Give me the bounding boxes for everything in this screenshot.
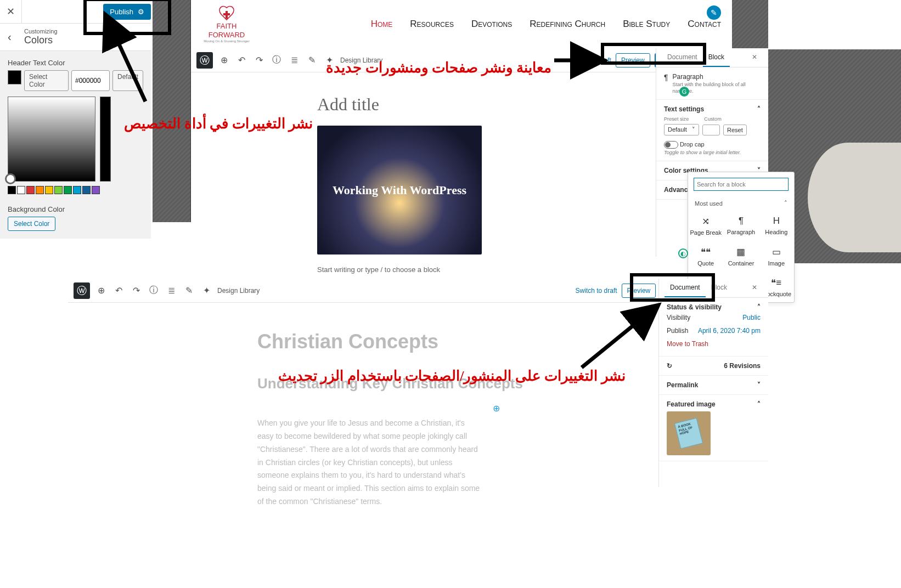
palette-swatch[interactable] [73, 186, 81, 194]
nav-item[interactable]: Resources [410, 19, 454, 30]
info-button[interactable]: ⓘ [270, 54, 283, 67]
select-color-button[interactable]: Select Color [24, 70, 69, 91]
annotation-customizer: نشر التغييرات في أداة التخصيص [121, 115, 313, 132]
site-nav: HomeResourcesDevotionsRedefining ChurchB… [371, 19, 721, 30]
wordpress-icon[interactable]: ⓦ [74, 282, 90, 299]
annotation-editor-update: نشر التغييرات على المنشور/الصفحات باستخد… [252, 368, 626, 385]
palette-swatch[interactable] [92, 186, 100, 194]
chevron-up-icon[interactable]: ˄ [757, 303, 761, 311]
visibility-value[interactable]: Public [742, 314, 761, 321]
dropcap-toggle[interactable] [664, 141, 678, 149]
nav-item[interactable]: Home [371, 19, 393, 30]
block-type-item[interactable]: ❝❝Quote [688, 241, 723, 272]
block-label: Paragraph [727, 229, 755, 235]
chevron-up-icon[interactable]: ˄ [757, 105, 761, 113]
nav-item[interactable]: Bible Study [623, 19, 670, 30]
block-type-item[interactable]: ⤨Page Break [688, 210, 723, 241]
featured-image-thumb[interactable]: A BOOK FULL OF HOPE [667, 411, 711, 455]
document-inspector: Document Block ✕ Status & visibility˄ Vi… [658, 279, 768, 487]
block-type-item[interactable]: HHeading [759, 210, 794, 241]
publish-date-value[interactable]: April 6, 2020 7:40 pm [698, 327, 761, 335]
edit-shortcut-icon[interactable]: ✎ [707, 5, 721, 20]
status-heading: Status & visibility [667, 303, 722, 311]
book-cover-text: A BOOK FULL OF HOPE [674, 418, 703, 449]
close-customizer-button[interactable]: ✕ [0, 0, 22, 24]
nav-item[interactable]: Redefining Church [530, 19, 605, 30]
add-block-button[interactable]: ⊕ [217, 54, 230, 67]
background-color-label: Background Color [8, 205, 143, 213]
add-block-button[interactable]: ⊕ [94, 284, 108, 297]
close-inspector-button[interactable]: ✕ [746, 279, 763, 297]
info-button[interactable]: ⓘ [147, 284, 160, 297]
custom-size-input[interactable] [702, 125, 720, 135]
select-bg-color-button[interactable]: Select Color [8, 217, 55, 231]
current-color-swatch[interactable] [8, 70, 21, 84]
featured-image-heading: Featured image [667, 400, 716, 408]
palette-swatch[interactable] [17, 186, 25, 194]
redo-button[interactable]: ↷ [252, 54, 266, 67]
block-icon: ⤨ [702, 216, 709, 227]
block-search-input[interactable] [694, 178, 789, 191]
site-logo[interactable]: FAITH FORWARDMoving On & Growing Stronge… [202, 5, 251, 43]
block-icon: ▦ [736, 246, 745, 258]
move-to-trash-button[interactable]: Move to Trash [667, 340, 708, 348]
chevron-up-icon[interactable]: ˄ [757, 400, 761, 408]
undo-button[interactable]: ↶ [112, 284, 125, 297]
visibility-label: Visibility [667, 314, 690, 321]
color-picker[interactable] [8, 97, 143, 182]
body-paragraph[interactable]: When you give your life to Jesus and bec… [257, 417, 482, 508]
edit-button[interactable]: ✎ [182, 284, 195, 297]
grammarly-icon[interactable]: G [679, 87, 689, 97]
edit-button[interactable]: ✎ [305, 54, 318, 67]
tab-block[interactable]: Block [703, 48, 730, 67]
dropcap-hint: Toggle to show a large initial letter. [664, 150, 761, 155]
most-used-label: Most used [695, 200, 723, 207]
nav-item[interactable]: Contact [688, 19, 721, 30]
block-type-item[interactable]: ▦Container [723, 241, 758, 272]
palette-swatch[interactable] [45, 186, 53, 194]
palette-swatch[interactable] [54, 186, 63, 194]
close-inspector-button[interactable]: ✕ [746, 48, 763, 67]
brand-text: FAITH FORWARD [209, 22, 245, 39]
callout-box-publish-customizer [83, 0, 171, 35]
redo-button[interactable]: ↷ [129, 284, 143, 297]
arrow-editor-update [576, 302, 664, 375]
block-label: Quote [697, 260, 714, 267]
preset-size-select[interactable]: Default ˅ [664, 124, 699, 135]
undo-button[interactable]: ↶ [235, 54, 248, 67]
palette-swatch[interactable] [26, 186, 35, 194]
saturation-area[interactable] [8, 97, 95, 182]
chevron-up-icon[interactable]: ˄ [784, 200, 787, 207]
annotation-editor-new: معاينة ونشر صفحات ومنشورات جديدة [321, 59, 551, 76]
chevron-down-icon[interactable]: ˅ [757, 381, 761, 389]
block-type-item[interactable]: ¶Paragraph [723, 210, 758, 241]
design-library-icon: ✦ [200, 284, 213, 297]
cover-block[interactable]: Working With WordPress [317, 126, 482, 255]
back-button[interactable]: ‹ [8, 31, 19, 43]
palette-swatch[interactable] [8, 186, 16, 194]
paragraph-icon: ¶ [664, 73, 668, 94]
outline-button[interactable]: ≣ [288, 54, 301, 67]
palette-swatch[interactable] [36, 186, 44, 194]
palette-swatch[interactable] [82, 186, 91, 194]
callout-box-publish-editor [601, 43, 706, 65]
switch-to-draft-button[interactable]: Switch to draft [576, 287, 617, 295]
hex-input[interactable] [71, 70, 110, 91]
block-icon: ▭ [772, 246, 781, 258]
palette-swatch[interactable] [64, 186, 72, 194]
preset-size-label: Preset size [664, 116, 689, 122]
wordpress-icon[interactable]: ⓦ [196, 52, 213, 69]
cover-text: Working With WordPress [333, 183, 466, 197]
revisions-label[interactable]: 6 Revisions [724, 362, 761, 370]
block-label: Image [768, 260, 785, 267]
grammarly-icon[interactable]: ◐ [678, 248, 688, 258]
site-header: FAITH FORWARDMoving On & Growing Stronge… [191, 0, 732, 48]
reset-size-button[interactable]: Reset [723, 125, 747, 135]
text-settings-heading: Text settings [664, 105, 704, 113]
hue-bar[interactable] [100, 97, 111, 182]
nav-item[interactable]: Devotions [471, 19, 512, 30]
design-library-label[interactable]: Design Library [217, 287, 260, 295]
block-type-item[interactable]: ▭Image [759, 241, 794, 272]
editor-new-post: ⓦ ⊕ ↶ ↷ ⓘ ≣ ✎ ✦ Design Library Save Draf… [191, 48, 768, 262]
outline-button[interactable]: ≣ [165, 284, 178, 297]
